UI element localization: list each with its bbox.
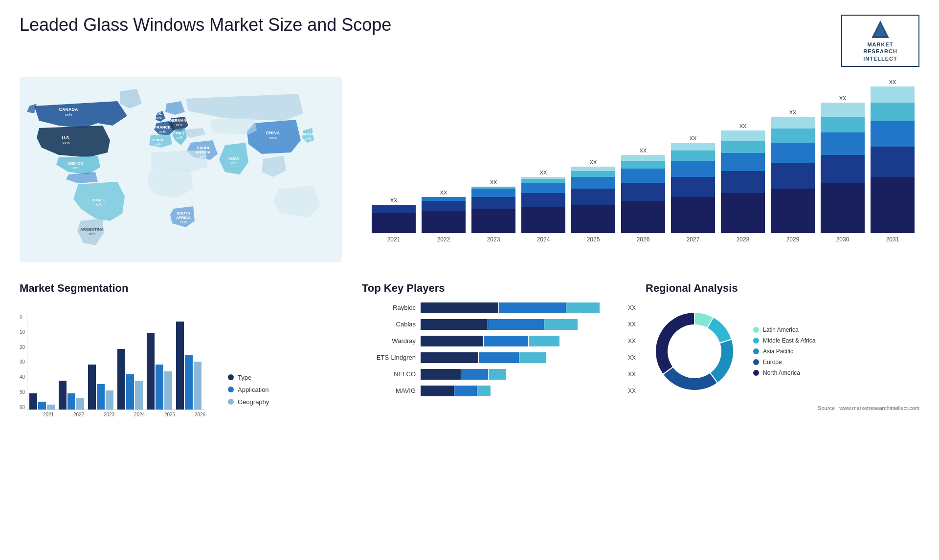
bar-segment [571,205,615,233]
svg-text:xx%: xx% [176,136,182,139]
bar-x-label: 2031 [871,236,915,243]
svg-text:AFRICA: AFRICA [176,215,191,220]
seg-bar-group [29,393,55,409]
player-bar-segment [421,369,461,380]
player-xx-label: XX [628,321,636,328]
svg-text:xx%: xx% [230,161,237,165]
bar-chart: XXXXXXXXXXXXXXXXXXXXXX [372,86,915,233]
bar-group: XX [521,170,565,233]
player-bar-segment [477,386,491,396]
india-label: INDIA [228,156,239,161]
regional-legend-item: Europe [753,359,815,366]
argentina-label: ARGENTINA [80,227,104,232]
page-header: Leaded Glass Windows Market Size and Sco… [20,15,919,67]
seg-bar [126,374,134,409]
seg-x-label: 2024 [126,412,153,417]
seg-bar [135,381,143,409]
canada-label: CANADA [59,107,78,112]
bar-segment [422,197,466,201]
seg-chart-container: 60 50 40 30 20 10 0 20212022202320242025… [20,302,342,417]
bar-x-label: 2022 [422,236,466,243]
legend-item: Type [228,374,269,381]
player-bar-wrap [421,352,621,363]
seg-bar [194,362,201,409]
bar-segment [721,193,765,233]
logo-icon [871,20,890,39]
bar-x-label: 2021 [372,236,416,243]
player-bar-segment [489,369,506,380]
bar-segment [571,177,615,189]
map-section: CANADA xx% U.S. xx% MEXICO xx% BRAZIL xx… [20,77,342,267]
seg-bar [29,393,37,409]
bar-x-labels: 2021202220232024202520262027202820292030… [372,236,915,243]
seg-bar [59,381,67,409]
svg-text:xx%: xx% [305,137,311,140]
bar-segment [871,147,915,177]
player-name: Raybloc [362,304,416,311]
svg-text:xx%: xx% [180,220,186,224]
map-container: CANADA xx% U.S. xx% MEXICO xx% BRAZIL xx… [20,77,342,262]
bar-segment [521,183,565,193]
seg-bar-group [176,322,201,409]
seg-bar [176,322,184,409]
bar-segment [671,143,715,151]
bar-xx-label: XX [540,170,547,175]
player-bar-segment [499,302,566,313]
bar-xx-label: XX [789,109,797,115]
player-xx-label: XX [628,371,636,378]
seg-bar [97,384,105,409]
svg-text:xx%: xx% [176,123,182,127]
key-players-title: Top Key Players [362,282,636,295]
seg-bars [27,314,205,410]
bar-stack [571,167,615,233]
bar-group: XX [821,95,865,233]
seg-bar [117,349,125,409]
player-row: RayblocXX [362,302,636,313]
donut-chart [646,302,743,400]
player-bar-segment [421,319,488,330]
player-row: ETS-LindgrenXX [362,352,636,363]
seg-x-labels: 202120222023202420252026 [20,412,213,417]
players-list: RayblocXXCablasXXWardrayXXETS-LindgrenXX… [362,302,636,396]
bar-stack [521,177,565,233]
bar-stack [771,117,815,233]
seg-bar [38,402,46,409]
player-bar-segment [479,352,519,363]
bar-segment [372,205,416,213]
bar-segment [721,141,765,153]
svg-text:xx%: xx% [95,203,102,206]
bar-stack [721,130,765,233]
bar-group: XX [671,135,715,233]
china-label: CHINA [266,130,280,135]
donut-svg [646,302,743,400]
player-xx-label: XX [628,338,636,345]
player-row: WardrayXX [362,336,636,346]
bar-segment [621,201,665,233]
bar-group: XX [771,109,815,233]
player-name: Cablas [362,321,416,328]
legend-dot [228,374,234,380]
bar-xx-label: XX [490,179,497,185]
bar-segment [821,103,865,117]
bar-segment [821,132,865,154]
player-bar-segment [421,336,483,346]
bar-stack [422,197,466,233]
bar-x-label: 2025 [571,236,615,243]
source-text: Source : www.marketresearchintellect.com [646,405,919,411]
seg-bar [76,398,84,409]
player-name: ETS-Lindgren [362,354,416,361]
bar-x-label: 2028 [721,236,765,243]
svg-text:xx%: xx% [72,166,79,170]
seg-bar [147,333,155,409]
bar-segment [871,86,915,103]
bar-segment [871,103,915,121]
bar-x-label: 2026 [621,236,665,243]
player-bar-segment [544,319,578,330]
legend-item: Geography [228,398,269,406]
seg-bar-group [117,349,143,409]
bar-segment [671,161,715,177]
logo: MARKET RESEARCH INTELLECT [841,15,919,67]
uk-label: U.K. [155,111,162,116]
svg-text:ARABIA: ARABIA [195,150,210,154]
bar-segment [521,193,565,207]
